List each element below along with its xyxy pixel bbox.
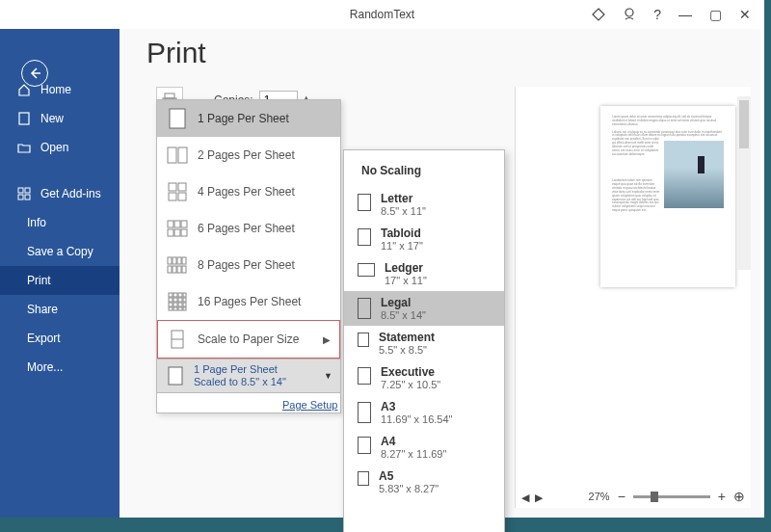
help-button[interactable]: ? xyxy=(653,7,661,22)
open-icon xyxy=(17,141,31,154)
paper-item-ledger[interactable]: Ledger17" x 11" xyxy=(344,256,504,291)
back-button[interactable] xyxy=(21,60,48,87)
svg-point-0 xyxy=(625,9,633,16)
sidebar-label: More... xyxy=(27,360,63,374)
paper-name: A3 xyxy=(381,400,452,413)
sidebar-label: Info xyxy=(27,216,46,229)
paper-name: Legal xyxy=(381,296,426,309)
new-icon xyxy=(17,112,31,125)
page16-icon xyxy=(167,291,188,312)
window-title: RandomText xyxy=(350,8,414,21)
titlebar-controls: ? — ▢ ✕ xyxy=(592,7,764,22)
paper-item-tabloid[interactable]: Tabloid11" x 17" xyxy=(344,222,504,256)
menu-item-scale-to-paper[interactable]: Scale to Paper Size ▶ xyxy=(157,320,340,359)
pages-per-sheet-menu: 1 Page Per Sheet 2 Pages Per Sheet 4 Pag… xyxy=(156,99,341,413)
svg-rect-11 xyxy=(178,147,187,163)
zoom-out-button[interactable]: − xyxy=(618,489,625,504)
paper-item-executive[interactable]: Executive7.25" x 10.5" xyxy=(344,360,504,395)
menu-label: 4 Pages Per Sheet xyxy=(198,185,295,199)
scrollbar-thumb[interactable] xyxy=(739,100,749,148)
page-next-icon[interactable]: ▶ xyxy=(535,492,543,504)
chevron-down-icon: ▼ xyxy=(324,371,332,381)
svg-rect-36 xyxy=(178,298,182,302)
page-title: Print xyxy=(146,37,760,69)
paper-name: Letter xyxy=(381,192,426,205)
menu-item-2-pages[interactable]: 2 Pages Per Sheet xyxy=(157,137,340,173)
sidebar-item-addins[interactable]: Get Add-ins xyxy=(0,179,120,208)
scale-icon xyxy=(167,329,188,350)
minimize-button[interactable]: — xyxy=(678,7,692,22)
maximize-button[interactable]: ▢ xyxy=(709,7,722,22)
menu-item-6-pages[interactable]: 6 Pages Per Sheet xyxy=(157,210,340,247)
paper-name: Executive xyxy=(381,365,440,379)
menu-item-1-page[interactable]: 1 Page Per Sheet xyxy=(157,100,340,137)
preview-scrollbar[interactable] xyxy=(737,96,751,270)
sidebar-item-new[interactable]: New xyxy=(0,104,120,133)
page4-icon xyxy=(167,181,188,202)
svg-rect-23 xyxy=(173,257,176,264)
menu-label: Scale to Paper Size xyxy=(198,332,299,346)
page2-icon xyxy=(167,145,188,166)
paper-item-a4[interactable]: A48.27" x 11.69" xyxy=(344,430,504,465)
svg-rect-44 xyxy=(178,307,182,310)
feedback-icon[interactable] xyxy=(623,8,636,21)
page-prev-icon[interactable]: ◀ xyxy=(521,492,529,504)
zoom-in-button[interactable]: + xyxy=(718,489,726,504)
paper-item-statement[interactable]: Statement5.5" x 8.5" xyxy=(344,326,504,360)
menu-item-8-pages[interactable]: 8 Pages Per Sheet xyxy=(157,247,340,283)
paper-dim: 11" x 17" xyxy=(381,240,423,252)
paper-icon xyxy=(358,437,371,454)
paper-item-a3[interactable]: A311.69" x 16.54" xyxy=(344,395,504,430)
zoom-slider[interactable] xyxy=(633,495,710,498)
sidebar-item-export[interactable]: Export xyxy=(0,324,120,353)
sidebar-item-info[interactable]: Info xyxy=(0,208,120,237)
diamond-icon[interactable] xyxy=(592,8,605,21)
sidebar-label: Share xyxy=(27,303,58,316)
titlebar: RandomText ? — ▢ ✕ xyxy=(0,0,764,29)
paper-icon xyxy=(358,402,371,423)
paper-item-legal[interactable]: Legal8.5" x 14" xyxy=(344,291,504,326)
paper-dim: 17" x 11" xyxy=(385,275,427,286)
print-preview: Lorem ipsum dolor sit amet consectetur a… xyxy=(515,87,751,508)
zoom-handle[interactable] xyxy=(651,492,658,502)
svg-rect-30 xyxy=(169,293,173,297)
paper-dim: 5.83" x 8.27" xyxy=(379,483,439,494)
page-setup-link[interactable]: Page Setup xyxy=(282,399,338,411)
paper-icon xyxy=(358,194,371,211)
sidebar-item-open[interactable]: Open xyxy=(0,133,120,162)
svg-rect-14 xyxy=(169,193,176,200)
svg-rect-12 xyxy=(169,183,176,191)
svg-rect-32 xyxy=(178,293,182,297)
paper-name: Tabloid xyxy=(381,226,423,240)
svg-rect-3 xyxy=(25,188,30,193)
sidebar-label: Home xyxy=(40,83,71,96)
paper-item-letter[interactable]: Letter8.5" x 11" xyxy=(344,187,504,222)
pages-per-sheet-dropdown[interactable]: 1 Page Per Sheet Scaled to 8.5" x 14" ▼ xyxy=(156,359,341,393)
paper-icon xyxy=(358,298,371,319)
svg-rect-41 xyxy=(183,303,186,306)
menu-item-4-pages[interactable]: 4 Pages Per Sheet xyxy=(157,173,340,210)
menu-label: 8 Pages Per Sheet xyxy=(198,258,295,272)
paper-menu-header[interactable]: No Scaling xyxy=(344,160,504,187)
svg-rect-28 xyxy=(177,266,181,273)
svg-rect-37 xyxy=(183,298,186,302)
main-pane: Print Copies: ▲▼ 1 Page Per Sheet 2 Page… xyxy=(120,29,760,518)
paper-dim: 7.25" x 10.5" xyxy=(381,379,440,390)
app-window: RandomText ? — ▢ ✕ Home New xyxy=(0,0,764,518)
paper-icon xyxy=(358,367,371,385)
sidebar-item-share[interactable]: Share xyxy=(0,295,120,324)
zoom-fit-icon[interactable]: ⊕ xyxy=(733,489,745,504)
close-button[interactable]: ✕ xyxy=(739,7,751,22)
sidebar-item-print[interactable]: Print xyxy=(0,266,120,295)
sidebar-label: Get Add-ins xyxy=(40,187,101,200)
sidebar-item-save-copy[interactable]: Save a Copy xyxy=(0,237,120,266)
menu-item-16-pages[interactable]: 16 Pages Per Sheet xyxy=(157,283,340,320)
svg-rect-26 xyxy=(168,266,172,273)
preview-page: Lorem ipsum dolor sit amet consectetur a… xyxy=(600,106,735,287)
addins-icon xyxy=(17,187,31,200)
svg-rect-16 xyxy=(168,221,173,227)
preview-image xyxy=(664,141,724,208)
sidebar-item-home[interactable]: Home xyxy=(0,75,120,104)
paper-item-a5[interactable]: A55.83" x 8.27" xyxy=(344,465,504,499)
sidebar-item-more[interactable]: More... xyxy=(0,353,120,382)
